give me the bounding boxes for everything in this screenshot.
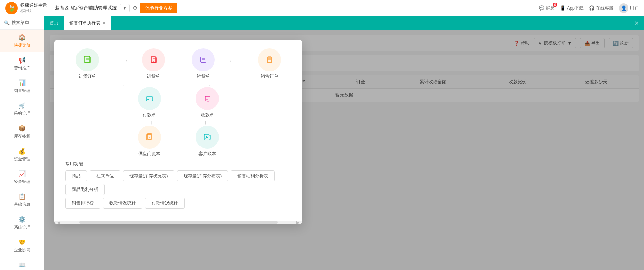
quick-nav-icon: 🏠 [18, 34, 26, 41]
tab-bar: 首页 销售订单执行表 ✕ ✕ [44, 16, 644, 30]
settings-icon-btn[interactable]: ⚙ [133, 5, 137, 11]
search-menu-btn[interactable]: 🔍 搜索菜单 [0, 16, 44, 30]
tab-bar-close-btn[interactable]: ✕ [629, 20, 644, 26]
sales-order-label: 销售订单 [261, 73, 278, 79]
modal-overlay[interactable]: 进货订单 - - → 进货单 [44, 30, 644, 270]
operations-icon: 📈 [18, 170, 26, 178]
node-sales-order[interactable]: 销售订单 [247, 48, 292, 79]
avatar: 👤 [619, 3, 628, 13]
logo-icon: 🍃 [5, 2, 18, 14]
sidebar-item-quick-nav[interactable]: 🏠 快捷导航 [0, 30, 44, 52]
sidebar-item-label: 系统管理 [14, 224, 30, 230]
page-content: ❓ 帮助 🖨 按模板打印 ▼ 📤 导出 🔄 刷新 [44, 30, 644, 270]
node-payment-bill[interactable]: 付款单 [123, 87, 176, 118]
sidebar-item-newbie[interactable]: 📖 新手引导 [0, 257, 44, 270]
sidebar-item-label: 企业协同 [14, 247, 30, 253]
top-bar-right: 💬 消息 6 📱 App下载 🎧 在线客服 👤 用户 [539, 3, 639, 13]
payment-bill-icon [138, 87, 161, 110]
func-btn-partner[interactable]: 往来单位 [90, 170, 120, 181]
node-purchase-order[interactable]: 进货订单 [65, 48, 109, 79]
func-btn-sales-rank[interactable]: 销售排行榜 [65, 198, 100, 209]
func-btn-sales-margin[interactable]: 销售毛利分析表 [231, 170, 275, 181]
arrow-row-down: ↓ ↓ [65, 81, 292, 87]
sales-bill-label: 销货单 [197, 73, 210, 79]
sidebar-item-label: 资金管理 [14, 156, 30, 162]
scroll-right-btn[interactable]: ▶ [294, 220, 302, 224]
func-buttons-row-1: 商品 往来单位 现存量(库存状况表) 现存量(库存分布表) 销售毛利分析表 商品… [65, 170, 292, 195]
sales-icon: 📊 [18, 79, 26, 87]
sidebar-item-label: 销售管理 [14, 88, 30, 94]
common-title: 常用功能 [65, 161, 292, 167]
sidebar-menu: 🏠 快捷导航 📢 营销推广 📊 销售管理 🛒 采购管理 📦 库存核 [0, 30, 44, 270]
sidebar-item-enterprise[interactable]: 🤝 企业协同 [0, 234, 44, 257]
modal-scrollbar: ◀ ▶ [54, 221, 302, 224]
flow-row-2: 付款单 收款单 [65, 87, 292, 118]
tab-sales-exec-label: 销售订单执行表 [69, 20, 100, 26]
node-customer-ledger[interactable]: 客户账本 [181, 126, 234, 157]
modal-dialog: 进货订单 - - → 进货单 [54, 40, 302, 224]
scroll-left-btn[interactable]: ◀ [54, 220, 63, 224]
sidebar-item-system[interactable]: ⚙️ 系统管理 [0, 212, 44, 234]
func-btn-product-margin[interactable]: 商品毛利分析 [65, 184, 105, 195]
experience-btn[interactable]: 体验行业方案 [140, 3, 177, 13]
arrow-left-1: ← - - [225, 56, 247, 65]
payment-bill-label: 付款单 [143, 112, 156, 118]
arrow-right-1: - - → [109, 56, 132, 65]
common-functions: 常用功能 商品 往来单位 现存量(库存状况表) 现存量(库存分布表) 销售毛利分… [65, 161, 292, 209]
func-btn-stock-dist[interactable]: 现存量(库存分布表) [177, 170, 228, 181]
func-btn-payment-stats[interactable]: 付款情况统计 [145, 198, 185, 209]
app-download-label: App下载 [567, 5, 584, 11]
sidebar-item-sales[interactable]: 📊 销售管理 [0, 75, 44, 98]
sidebar-item-label: 基础信息 [14, 202, 30, 208]
sidebar-item-operations[interactable]: 📈 经营管理 [0, 166, 44, 189]
node-sales-bill[interactable]: 销货单 [181, 48, 225, 79]
sidebar: 🔍 搜索菜单 🏠 快捷导航 📢 营销推广 📊 销售管理 🛒 [0, 16, 44, 270]
sidebar-item-label: 经营管理 [14, 179, 30, 185]
sidebar-item-purchase[interactable]: 🛒 采购管理 [0, 98, 44, 121]
message-badge: 6 [553, 3, 557, 7]
user-btn[interactable]: 👤 用户 [619, 3, 639, 13]
logo-text-area: 畅康通好生意 标准版 [20, 3, 47, 14]
system-icon: ⚙️ [18, 216, 26, 223]
logo-sub: 标准版 [20, 8, 47, 13]
download-icon: 📱 [560, 5, 565, 11]
finance-icon: 💰 [18, 147, 26, 155]
sidebar-item-finance[interactable]: 💰 资金管理 [0, 143, 44, 166]
sidebar-item-inventory[interactable]: 📦 库存核算 [0, 121, 44, 143]
marketing-icon: 📢 [18, 56, 26, 64]
svg-rect-8 [147, 99, 149, 100]
online-service-btn[interactable]: 🎧 在线客服 [589, 5, 613, 11]
supplier-ledger-label: 供应商账本 [138, 151, 160, 157]
purchase-order-label: 进货订单 [79, 73, 96, 79]
node-purchase-bill[interactable]: 进货单 [132, 48, 176, 79]
main-area: 首页 销售订单执行表 ✕ ✕ ❓ 帮助 🖨 按 [44, 16, 644, 270]
search-icon: 🔍 [4, 20, 10, 25]
func-btn-receipt-stats[interactable]: 收款情况统计 [103, 198, 142, 209]
sales-order-icon [258, 48, 281, 71]
sidebar-item-marketing[interactable]: 📢 营销推广 [0, 52, 44, 75]
func-btn-product[interactable]: 商品 [65, 170, 87, 181]
node-receipt-bill[interactable]: 收款单 [181, 87, 234, 118]
content-area: 🔍 搜索菜单 🏠 快捷导航 📢 营销推广 📊 销售管理 🛒 [0, 16, 644, 270]
top-bar: 🍃 畅康通好生意 标准版 装备及固定资产辅助管理系统 ▼ ⚙ 体验行业方案 💬 … [0, 0, 644, 16]
sidebar-item-basic-info[interactable]: 📋 基础信息 [0, 189, 44, 212]
arrow-row-down-2: ↓ ↓ [65, 120, 292, 126]
tab-home-label: 首页 [50, 20, 58, 26]
app-download-btn[interactable]: 📱 App下载 [560, 5, 584, 11]
tab-close-icon[interactable]: ✕ [102, 21, 106, 25]
purchase-bill-icon [142, 48, 165, 71]
logo-area: 🍃 畅康通好生意 标准版 [5, 2, 50, 14]
receipt-bill-icon [196, 87, 219, 110]
customer-ledger-icon [196, 126, 219, 149]
func-btn-stock-status[interactable]: 现存量(库存状况表) [123, 170, 174, 181]
message-btn[interactable]: 💬 消息 6 [539, 5, 555, 11]
node-supplier-ledger[interactable]: 供应商账本 [123, 126, 176, 157]
system-dropdown-btn[interactable]: ▼ [120, 4, 130, 12]
tab-home[interactable]: 首页 [44, 16, 64, 30]
purchase-icon: 🛒 [18, 102, 26, 109]
purchase-order-icon [76, 48, 99, 71]
message-icon: 💬 [539, 5, 544, 11]
sidebar-item-label: 快捷导航 [14, 42, 30, 48]
tab-sales-exec[interactable]: 销售订单执行表 ✕ [64, 16, 111, 30]
scrollbar-track[interactable] [79, 221, 278, 224]
